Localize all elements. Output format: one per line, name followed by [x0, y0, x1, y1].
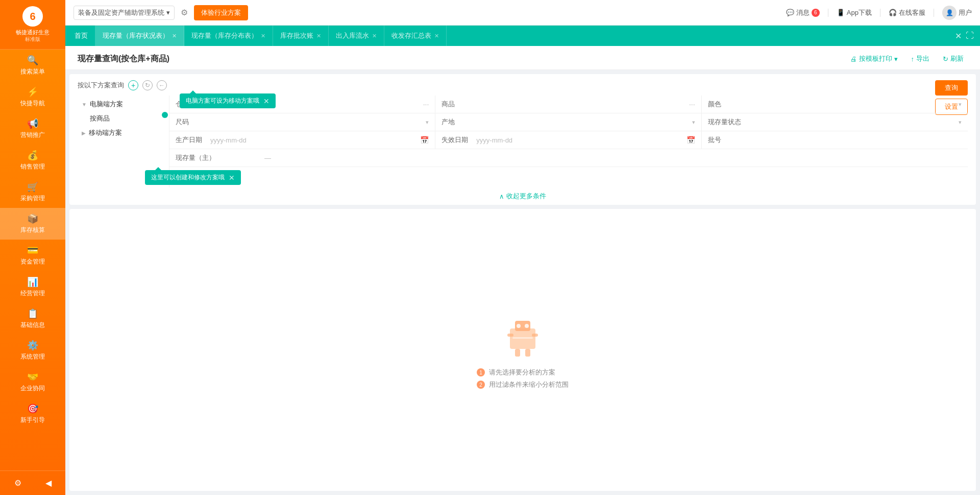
sidebar-item-guide-label: 新手引导	[20, 416, 45, 425]
tab-collect-summary[interactable]: 收发存汇总表 ✕	[384, 26, 447, 46]
size-arrow-icon[interactable]: ▾	[426, 119, 429, 126]
sidebar-nav: 🔍 搜索菜单 ⚡ 快捷导航 📢 营销推广 💰 销售管理 🛒 采购管理 📦 库存核…	[0, 50, 65, 470]
system-selector-arrow: ▾	[166, 9, 170, 16]
sidebar-item-search[interactable]: 🔍 搜索菜单	[0, 50, 65, 81]
tab-batch-account-close[interactable]: ✕	[316, 33, 321, 39]
tab-inventory-dist[interactable]: 现存量（库存分布表） ✕	[184, 26, 273, 46]
warehouse-more-icon[interactable]: ···	[423, 100, 429, 108]
online-support-item[interactable]: 🎧 在线客服	[889, 8, 925, 17]
header-left: 装备及固定资产辅助管理系统 ▾ ⚙ 体验行业方案	[74, 5, 248, 20]
sidebar-item-quick-nav[interactable]: ⚡ 快捷导航	[0, 81, 65, 113]
tooltip-2-close[interactable]: ✕	[229, 174, 235, 182]
tab-maximize-icon[interactable]: ⛶	[966, 31, 974, 40]
basic-info-icon: 📋	[27, 308, 38, 319]
sidebar-item-basic-info[interactable]: 📋 基础信息	[0, 303, 65, 335]
avatar-icon: 👤	[946, 9, 953, 16]
app-download-item[interactable]: 📱 App下载	[837, 8, 872, 17]
tooltip-1-close[interactable]: ✕	[263, 97, 270, 105]
filter-refresh-btn[interactable]: ↻	[142, 80, 153, 90]
plan-tree-mobile[interactable]: ▶ 移动端方案	[78, 126, 169, 139]
batch-no-input[interactable]	[743, 136, 962, 144]
sidebar-collapse-btn[interactable]: ◀	[43, 476, 54, 490]
sidebar-item-marketing[interactable]: 📢 营销推广	[0, 113, 65, 145]
trial-button[interactable]: 体验行业方案	[194, 5, 248, 20]
print-icon: 🖨	[850, 55, 857, 63]
tab-collect-summary-close[interactable]: ✕	[434, 33, 439, 39]
goods-label: 商品	[442, 100, 472, 109]
hint-1-num: 1	[477, 368, 485, 376]
plan-mobile-label: 移动端方案	[89, 128, 122, 137]
online-support-label: 在线客服	[899, 8, 925, 17]
sidebar-item-operations[interactable]: 📊 经营管理	[0, 271, 65, 303]
expire-date-calendar-icon[interactable]: 📅	[687, 136, 695, 144]
message-item[interactable]: 💬 消息 6	[786, 8, 820, 17]
plan-tree-pc-default[interactable]: 按商品	[78, 112, 169, 125]
tab-inventory-dist-label: 现存量（库存分布表）	[191, 31, 258, 40]
sidebar-settings-btn[interactable]: ⚙	[12, 476, 23, 490]
empty-state: 1 请先选择要分析的方案 2 用过滤条件来缩小分析范围	[69, 209, 976, 491]
hint-2-num: 2	[477, 381, 485, 389]
tab-inout-flow-close[interactable]: ✕	[372, 33, 377, 39]
color-input[interactable]	[743, 101, 954, 108]
filter-cell-expire-date: 失效日期 📅	[435, 131, 701, 149]
header-settings-icon[interactable]: ⚙	[181, 8, 188, 17]
produce-date-label: 生产日期	[176, 135, 206, 145]
app-logo: 6 畅捷通好生意 标准版	[0, 0, 65, 50]
sidebar-item-sales-label: 销售管理	[20, 162, 45, 171]
sidebar-item-quick-nav-label: 快捷导航	[20, 99, 45, 108]
tab-home[interactable]: 首页	[67, 26, 95, 46]
size-input[interactable]	[210, 119, 422, 126]
sidebar-item-inventory[interactable]: 📦 库存核算	[0, 208, 65, 240]
sidebar-item-system[interactable]: ⚙️ 系统管理	[0, 335, 65, 366]
filter-back-btn[interactable]: ←	[157, 80, 167, 90]
page-actions: 🖨 按模板打印 ▾ ↑ 导出 ↻ 刷新	[846, 52, 968, 65]
origin-arrow-icon[interactable]: ▾	[692, 119, 695, 126]
page-header: 现存量查询(按仓库+商品) 🖨 按模板打印 ▾ ↑ 导出 ↻ 刷新	[65, 46, 980, 70]
stock-status-input[interactable]	[745, 119, 954, 126]
tab-right-btns: ✕ ⛶	[951, 31, 978, 41]
sidebar-item-sales[interactable]: 💰 销售管理	[0, 145, 65, 176]
expire-date-input[interactable]	[476, 136, 682, 144]
stock-status-arrow-icon[interactable]: ▾	[959, 119, 962, 126]
header-divider-2	[880, 9, 880, 17]
stock-status-label: 现存量状态	[708, 117, 741, 127]
svg-rect-7	[525, 349, 530, 357]
tab-batch-account[interactable]: 库存批次账 ✕	[273, 26, 329, 46]
sidebar-item-purchase[interactable]: 🛒 采购管理	[0, 176, 65, 208]
produce-date-calendar-icon[interactable]: 📅	[420, 136, 429, 144]
color-arrow-icon[interactable]: ▾	[959, 101, 962, 108]
tab-inventory-status[interactable]: 现存量（库存状况表） ✕	[95, 26, 184, 46]
produce-date-input[interactable]	[210, 136, 416, 144]
export-btn[interactable]: ↑ 导出	[907, 52, 934, 65]
tab-close-all-icon[interactable]: ✕	[955, 31, 962, 41]
sidebar-item-finance[interactable]: 💳 资金管理	[0, 240, 65, 271]
plan-tree-pc[interactable]: ▼ 电脑端方案	[78, 98, 169, 111]
tab-inventory-status-close[interactable]: ✕	[172, 33, 177, 39]
system-selector[interactable]: 装备及固定资产辅助管理系统 ▾	[74, 6, 175, 20]
goods-input[interactable]	[476, 101, 685, 108]
filter-add-btn[interactable]: +	[128, 80, 138, 90]
collapse-button[interactable]: ∧ 收起更多条件	[499, 192, 546, 201]
origin-input[interactable]	[476, 119, 688, 126]
user-item[interactable]: 👤 用户	[942, 6, 972, 20]
stock-qty-from-input[interactable]	[219, 154, 260, 162]
print-label: 按模板打印	[859, 54, 892, 63]
sidebar-item-enterprise[interactable]: 🤝 企业协同	[0, 366, 65, 398]
inventory-icon: 📦	[27, 213, 38, 224]
main-area: 装备及固定资产辅助管理系统 ▾ ⚙ 体验行业方案 💬 消息 6 📱 App下载 …	[65, 0, 980, 495]
tab-inventory-dist-close[interactable]: ✕	[261, 33, 265, 39]
tab-inout-flow[interactable]: 出入库流水 ✕	[329, 26, 384, 46]
filter-section: 查询 设置 按以下方案查询 + ↻ ← 电脑方案可设为移动方案哦 ✕	[69, 74, 976, 205]
collapse-row: ∧ 收起更多条件	[78, 187, 968, 205]
tooltip-2: 这里可以创建和修改方案哦 ✕	[145, 170, 241, 185]
print-btn[interactable]: 🖨 按模板打印 ▾	[846, 52, 902, 65]
operations-icon: 📊	[27, 276, 38, 288]
header-divider-1	[828, 9, 828, 17]
svg-rect-6	[515, 349, 520, 357]
goods-more-icon[interactable]: ···	[689, 100, 695, 108]
stock-qty-to-input[interactable]	[275, 154, 316, 162]
system-name-label: 装备及固定资产辅助管理系统	[78, 8, 164, 17]
refresh-btn[interactable]: ↻ 刷新	[939, 52, 968, 65]
sidebar-item-guide[interactable]: 🎯 新手引导	[0, 398, 65, 430]
finance-icon: 💳	[27, 245, 38, 256]
